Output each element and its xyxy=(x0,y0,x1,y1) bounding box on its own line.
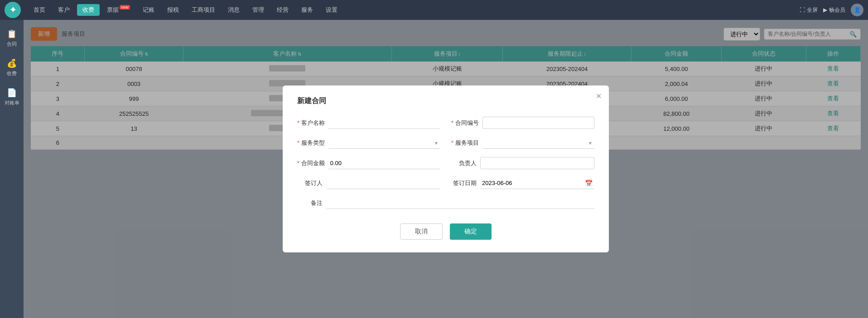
contract-no-input[interactable] xyxy=(482,117,594,129)
form-grid: 客户名称 合同编号 服务类型 ▼ xyxy=(297,117,594,209)
fullscreen-icon: ⛶ xyxy=(800,7,805,13)
service-type-field-row: 服务类型 ▼ xyxy=(297,137,440,149)
fullscreen-label: 全屏 xyxy=(807,6,818,14)
nav-item-customer[interactable]: 客户 xyxy=(53,4,75,16)
nav-item-service[interactable]: 服务 xyxy=(296,4,318,16)
remark-field-row: 备注 xyxy=(297,197,594,209)
signer-field-row: 签订人 xyxy=(297,177,440,189)
contract-no-field-row: 合同编号 xyxy=(451,117,594,129)
main-layout: 📋 合同 💰 收费 📄 对账单 新增 服务项目 进行中 已完成 已终止 xyxy=(0,20,868,318)
contract-no-label: 合同编号 xyxy=(451,119,479,127)
sign-date-input[interactable] xyxy=(480,177,585,189)
nav-item-tax[interactable]: 报税 xyxy=(162,4,184,16)
avatar[interactable]: 👤 xyxy=(851,4,863,16)
remark-label: 备注 xyxy=(297,199,323,207)
contract-amount-label: 合同金额 xyxy=(297,159,325,167)
responsible-label: 负责人 xyxy=(451,159,477,167)
member-button[interactable]: ▶ 畅会员 xyxy=(823,6,845,14)
fullscreen-button[interactable]: ⛶ 全屏 xyxy=(800,6,818,14)
nav-right-actions: ⛶ 全屏 ▶ 畅会员 👤 xyxy=(800,4,863,16)
nav-menu: 首页 客户 收费 票据new 记账 报税 工商项目 消息 管理 经营 服务 设置 xyxy=(28,4,800,16)
nav-item-invoice[interactable]: 票据new xyxy=(101,4,135,16)
new-contract-modal: ✕ 新建合同 客户名称 合同编号 服务类型 xyxy=(283,85,609,252)
service-type-label: 服务类型 xyxy=(297,139,325,147)
signer-label: 签订人 xyxy=(297,179,323,187)
service-item-select[interactable] xyxy=(482,137,594,149)
nav-item-bookkeeping[interactable]: 记账 xyxy=(137,4,160,16)
nav-item-charge[interactable]: 收费 xyxy=(77,4,100,16)
modal-title: 新建合同 xyxy=(297,96,594,106)
service-item-select-wrap: ▼ xyxy=(482,137,594,149)
customer-name-field-row: 客户名称 xyxy=(297,117,440,129)
nav-item-operation[interactable]: 经营 xyxy=(271,4,294,16)
nav-item-business[interactable]: 工商项目 xyxy=(186,4,221,16)
sidebar-item-charge[interactable]: 💰 收费 xyxy=(0,54,24,81)
member-label: 畅会员 xyxy=(829,6,845,14)
sidebar-item-reconcile[interactable]: 📄 对账单 xyxy=(0,83,24,111)
sidebar-label-reconcile: 对账单 xyxy=(5,100,19,106)
contract-amount-field-row: 合同金额 xyxy=(297,157,440,169)
modal-actions: 取消 确定 xyxy=(297,223,594,240)
modal-overlay: ✕ 新建合同 客户名称 合同编号 服务类型 xyxy=(24,20,868,318)
charge-icon: 💰 xyxy=(7,58,17,68)
contract-icon: 📋 xyxy=(7,29,17,39)
confirm-button[interactable]: 确定 xyxy=(450,223,492,240)
nav-item-settings[interactable]: 设置 xyxy=(320,4,343,16)
close-button[interactable]: ✕ xyxy=(596,92,602,100)
sign-date-wrap: 📅 xyxy=(480,177,594,189)
responsible-input[interactable] xyxy=(480,157,594,169)
sidebar: 📋 合同 💰 收费 📄 对账单 xyxy=(0,20,24,318)
nav-item-message[interactable]: 消息 xyxy=(222,4,245,16)
service-type-select-wrap: ▼ xyxy=(328,137,440,149)
nav-item-home[interactable]: 首页 xyxy=(28,4,51,16)
member-icon: ▶ xyxy=(823,7,827,13)
cancel-button[interactable]: 取消 xyxy=(400,223,443,240)
service-item-field-row: 服务项目 ▼ xyxy=(451,137,594,149)
responsible-field-row: 负责人 xyxy=(451,157,594,169)
signer-input[interactable] xyxy=(326,177,440,189)
sidebar-item-contract[interactable]: 📋 合同 xyxy=(0,24,24,52)
reconcile-icon: 📄 xyxy=(7,88,17,98)
new-badge: new xyxy=(120,5,130,9)
sign-date-field-row: 签订日期 📅 xyxy=(451,177,594,189)
remark-input[interactable] xyxy=(326,197,594,209)
top-navigation: ✦ 首页 客户 收费 票据new 记账 报税 工商项目 消息 管理 经营 服务 … xyxy=(0,0,868,20)
sidebar-label-contract: 合同 xyxy=(7,41,17,47)
customer-name-label: 客户名称 xyxy=(297,119,325,127)
calendar-icon[interactable]: 📅 xyxy=(585,180,594,187)
content-area: 新增 服务项目 进行中 已完成 已终止 🔍 序号 合同 xyxy=(24,20,868,318)
sign-date-label: 签订日期 xyxy=(451,179,477,187)
customer-name-input[interactable] xyxy=(328,117,440,129)
app-logo: ✦ xyxy=(5,2,21,18)
sidebar-label-charge: 收费 xyxy=(7,70,17,77)
contract-amount-input[interactable] xyxy=(328,157,440,169)
service-item-label: 服务项目 xyxy=(451,139,479,147)
nav-item-manage[interactable]: 管理 xyxy=(247,4,270,16)
service-type-select[interactable] xyxy=(328,137,440,149)
